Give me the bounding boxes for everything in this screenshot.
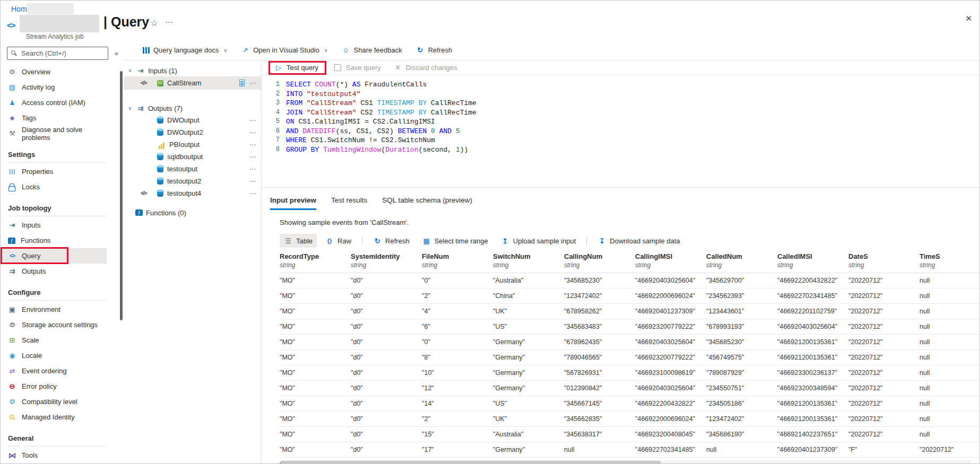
sample-file-icon[interactable]	[239, 80, 245, 86]
refresh-icon: ↻	[373, 237, 381, 245]
sidebar-item-inputs[interactable]: ⇥Inputs	[1, 217, 107, 233]
sidebar-item-compatibility-level[interactable]: ⚙Compatibility level	[1, 394, 107, 409]
sidebar-item-storage-account-settings[interactable]: ⚙Storage account settings	[1, 317, 107, 332]
ellipsis-icon[interactable]: ⋯	[248, 153, 257, 161]
table-cell: "466922200432822"	[635, 400, 706, 407]
table-cell: "466920401237309"	[635, 308, 706, 315]
results-tabs: Input previewTest resultsSQL table schem…	[262, 188, 979, 210]
book-icon	[143, 47, 150, 54]
tree-item-testoutput2[interactable]: testoutput2⋯	[124, 175, 261, 187]
ellipsis-icon[interactable]: ⋯	[248, 141, 257, 148]
upload-sample-input-button[interactable]: ↥Upload sample input	[497, 234, 580, 248]
tree-item-pbioutput[interactable]: PBIoutput⋯	[124, 138, 261, 151]
tab-test-results[interactable]: Test results	[331, 196, 367, 210]
code-token: FROM	[286, 99, 307, 108]
table-cell: "345638317"	[564, 431, 635, 438]
sidebar-item-environment[interactable]: ▣Environment	[1, 302, 107, 317]
ellipsis-icon[interactable]: ⋯	[248, 117, 257, 124]
tree-item-testoutput4[interactable]: </>testoutput4⋯	[124, 187, 261, 199]
sidebar-item-activity-log[interactable]: ▤Activity log	[1, 80, 107, 95]
table-row: "MO""d0""10""Germany""567826931""4669231…	[280, 365, 979, 381]
sidebar-scrollbar[interactable]	[120, 71, 123, 320]
close-icon[interactable]: ✕	[965, 14, 972, 23]
table-row: "MO""d0""8""Germany""789046565""46692320…	[280, 350, 979, 365]
column-header-callingnum[interactable]: CallingNumstring	[564, 252, 635, 269]
collapse-sidebar-icon[interactable]: «	[112, 49, 120, 57]
db-icon	[157, 129, 163, 136]
sidebar-item-label: Functions	[21, 237, 50, 244]
query-code-editor[interactable]: 1SELECT COUNT(*) AS FraudulentCalls2INTO…	[262, 75, 979, 188]
column-header-systemidentity[interactable]: SystemIdentitystring	[351, 252, 422, 269]
code-token: CallRecTime	[427, 108, 476, 118]
table-cell: "345683483"	[564, 323, 635, 330]
column-header-switchnum[interactable]: SwitchNumstring	[493, 252, 564, 269]
sidebar-item-error-policy[interactable]: ⊖Error policy	[1, 379, 107, 394]
test-query-button[interactable]: ▷ Test query	[274, 64, 318, 72]
ellipsis-icon[interactable]: ⋯	[248, 165, 257, 173]
table-cell: null	[920, 354, 979, 361]
tree-functions-header[interactable]: ƒ Functions (0)	[124, 207, 261, 218]
sidebar-item-scale[interactable]: ⊞Scale	[1, 332, 107, 348]
code-token: CS2.CallingIMSI	[373, 117, 435, 127]
table-cell: "20220712"	[848, 308, 920, 315]
event-stream-icon	[157, 80, 163, 86]
favorite-star-icon[interactable]: ☆	[150, 17, 158, 29]
query-language-docs-button[interactable]: Query language docs∨	[143, 46, 227, 54]
table-cell: "d0"	[351, 400, 422, 407]
ellipsis-icon[interactable]: ⋯	[248, 80, 257, 87]
overview-icon: ⚙	[8, 68, 16, 76]
sidebar-item-event-ordering[interactable]: ⇄Event ordering	[1, 363, 107, 379]
refresh-button[interactable]: ↻Refresh	[416, 46, 453, 55]
sidebar-item-tags[interactable]: ◆Tags	[1, 110, 107, 126]
sidebar-item-functions[interactable]: ƒFunctions	[1, 233, 107, 248]
output-name: DWOutput2	[167, 128, 245, 136]
column-header-dates[interactable]: DateSstring	[848, 252, 920, 269]
column-header-filenum[interactable]: FileNumstring	[422, 252, 493, 269]
sidebar-item-properties[interactable]: ☰Properties	[1, 164, 107, 179]
sidebar-item-query[interactable]: <>Query	[1, 248, 107, 264]
column-header-callingimsi[interactable]: CallingIMSIstring	[635, 252, 706, 269]
sidebar-item-tools[interactable]: ⋈Tools	[1, 448, 107, 463]
sidebar-item-locks[interactable]: Locks	[1, 179, 107, 195]
table-button[interactable]: ☰Table	[280, 234, 317, 248]
sidebar-item-overview[interactable]: ⚙Overview	[1, 64, 107, 80]
tab-input-preview[interactable]: Input preview	[270, 196, 316, 210]
tree-item-dwoutput2[interactable]: DWOutput2⋯	[124, 126, 261, 138]
table-cell: null	[920, 277, 979, 284]
ellipsis-icon[interactable]: ⋯	[248, 190, 257, 197]
table-cell: "10"	[422, 369, 493, 377]
share-feedback-button[interactable]: ☺Share feedback	[342, 46, 402, 55]
braces-icon: {}	[325, 237, 334, 245]
select-time-range-button[interactable]: ▦Select time range	[418, 234, 492, 248]
column-header-times[interactable]: TimeSstring	[920, 252, 979, 269]
ellipsis-icon[interactable]: ⋯	[248, 129, 257, 136]
sidebar-item-access-control-iam[interactable]: ♟Access control (IAM)	[1, 95, 107, 110]
horizontal-scrollbar[interactable]	[281, 461, 971, 464]
save-query-button[interactable]: Save query	[334, 64, 381, 72]
search-input[interactable]	[7, 47, 108, 60]
open-in-visual-studio-button[interactable]: ↗Open in Visual Studio∨	[241, 46, 327, 55]
column-header-callednum[interactable]: CalledNumstring	[706, 252, 777, 269]
more-menu-icon[interactable]: ⋯	[165, 17, 173, 27]
ellipsis-icon[interactable]: ⋯	[248, 178, 257, 185]
sidebar-item-managed-identity[interactable]: ⚲Managed Identity	[1, 409, 107, 425]
tree-item-testoutput[interactable]: testoutput⋯	[124, 163, 261, 175]
tree-item-dwoutput[interactable]: DWOutput⋯	[124, 114, 261, 126]
table-cell: "d0"	[351, 431, 422, 438]
refresh-button[interactable]: ↻Refresh	[369, 234, 414, 248]
tab-sql-table-schema-preview[interactable]: SQL table schema (preview)	[382, 196, 472, 210]
tree-item-sqldboutput[interactable]: sqldboutput⋯	[124, 151, 261, 163]
download-sample-data-button[interactable]: ↧Download sample data	[593, 234, 684, 248]
column-header-recordtype[interactable]: RecordTypestring	[280, 252, 351, 269]
tree-inputs-header[interactable]: ∨ ⇥ Inputs (1)	[124, 65, 261, 76]
table-cell: "Australia"	[493, 431, 564, 438]
sidebar-item-locale[interactable]: ◉Locale	[1, 348, 107, 363]
tree-inputs-label: Inputs (1)	[148, 67, 177, 75]
sidebar-item-diagnose-and-solve-problems[interactable]: ⚒Diagnose and solve problems	[1, 126, 107, 141]
discard-changes-button[interactable]: ✕ Discard changes	[394, 64, 457, 72]
sidebar-item-outputs[interactable]: ⇉Outputs	[1, 264, 107, 279]
column-header-calledimsi[interactable]: CalledIMSIstring	[777, 252, 848, 269]
tree-outputs-header[interactable]: ∨ ⇉ Outputs (7)	[124, 102, 261, 114]
raw-button[interactable]: {}Raw	[321, 234, 355, 248]
tree-item-callstream[interactable]: </> CallStream ⋯	[124, 76, 261, 90]
